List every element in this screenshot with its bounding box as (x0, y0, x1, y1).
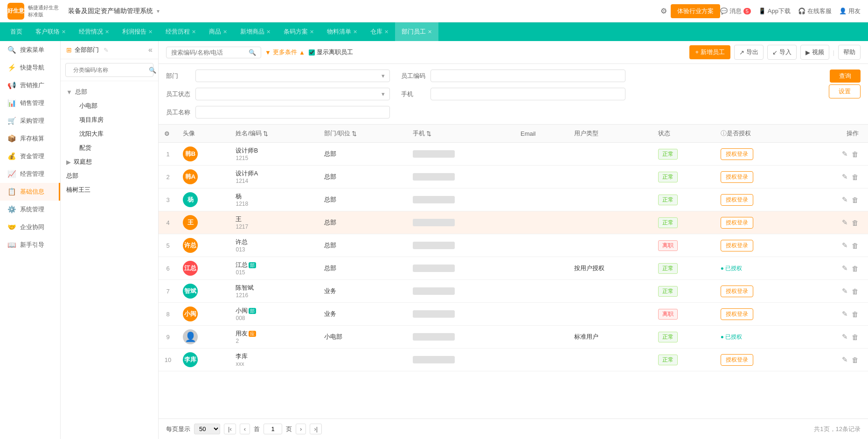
first-page-btn[interactable]: |‹ (224, 424, 236, 434)
import-button[interactable]: ↙ 导入 (767, 45, 797, 60)
auth-login-button[interactable]: 授权登录 (721, 308, 753, 320)
close-tab-icon[interactable]: ✕ (148, 29, 153, 35)
show-leave-check[interactable] (309, 49, 315, 56)
edit-icon[interactable]: ✎ (842, 355, 848, 364)
dept-node-xiaodianbu[interactable]: 小电部 (68, 99, 158, 113)
auth-login-button[interactable]: 授权登录 (721, 194, 753, 206)
auth-login-button[interactable]: 授权登录 (721, 240, 753, 251)
nav-tab-商品[interactable]: 商品 ✕ (202, 22, 234, 41)
dept-node-peihuo[interactable]: 配货 (68, 141, 158, 155)
edit-icon[interactable]: ✎ (842, 218, 848, 227)
user-menu-btn[interactable]: 👤 用友 (839, 7, 861, 15)
video-button[interactable]: ▶ 视频 (800, 45, 829, 60)
delete-icon[interactable]: 🗑 (852, 356, 859, 364)
close-tab-icon[interactable]: ✕ (384, 29, 389, 35)
filter-empname-input[interactable] (195, 106, 390, 118)
auth-login-button[interactable]: 授权登录 (721, 354, 753, 366)
edit-icon[interactable]: ✎ (842, 264, 848, 272)
dept-node-nanshu[interactable]: 楠树王三 (61, 183, 158, 197)
dept-node-shenyangdaku[interactable]: 沈阳大库 (68, 127, 158, 141)
nav-tab-物料清单[interactable]: 物料清单 ✕ (320, 22, 364, 41)
dept-collapse-icon[interactable]: « (148, 46, 153, 54)
sidebar-item-系统管理[interactable]: ⚙️系统管理 (0, 201, 60, 218)
delete-icon[interactable]: 🗑 (852, 196, 859, 204)
sidebar-item-采购管理[interactable]: 🛒采购管理 (0, 112, 60, 130)
nav-tab-客户联络[interactable]: 客户联络 ✕ (29, 22, 72, 41)
dept-search-input[interactable] (69, 65, 147, 75)
edit-icon[interactable]: ✎ (842, 287, 848, 295)
sidebar-item-搜索菜单[interactable]: 🔍搜索菜单 (0, 41, 60, 59)
help-button[interactable]: 帮助 (838, 45, 861, 60)
sidebar-item-销售管理[interactable]: 📊销售管理 (0, 94, 60, 112)
sidebar-item-经营管理[interactable]: 📈经营管理 (0, 165, 60, 183)
delete-icon[interactable]: 🗑 (852, 287, 859, 295)
search-button[interactable]: 查询 (830, 70, 861, 83)
sidebar-item-企业协同[interactable]: 🤝企业协同 (0, 218, 60, 236)
nav-tab-经营历程[interactable]: 经营历程 ✕ (159, 22, 202, 41)
filter-status-select[interactable]: ▾ (195, 88, 390, 100)
delete-icon[interactable]: 🗑 (852, 173, 859, 181)
last-page-btn[interactable]: ›| (310, 424, 322, 434)
col-dept[interactable]: 部门/职位 ⇅ (319, 125, 407, 143)
next-page-btn[interactable]: › (296, 424, 306, 434)
message-btn[interactable]: 💬 消息 5 (720, 7, 751, 15)
page-number-input[interactable] (264, 424, 282, 434)
more-filter-btn[interactable]: ▼ 更多条件 ▲ (265, 48, 305, 56)
delete-icon[interactable]: 🗑 (852, 310, 859, 318)
nav-tab-经营情况[interactable]: 经营情况 ✕ (72, 22, 116, 41)
nav-tab-新增商品[interactable]: 新增商品 ✕ (234, 22, 277, 41)
close-tab-icon[interactable]: ✕ (353, 29, 357, 35)
sidebar-item-库存核算[interactable]: 📦库存核算 (0, 130, 60, 147)
auth-login-button[interactable]: 授权登录 (721, 148, 753, 160)
expand-icon[interactable]: ▼ (66, 89, 72, 96)
auth-login-button[interactable]: 授权登录 (721, 171, 753, 183)
edit-icon[interactable]: ✎ (842, 310, 848, 318)
auth-login-button[interactable]: 授权登录 (721, 217, 753, 229)
col-name[interactable]: 姓名/编码 ⇅ (230, 125, 319, 143)
app-download-btn[interactable]: 📱 App下载 (758, 7, 791, 15)
edit-icon[interactable]: ✎ (842, 150, 848, 158)
nav-tab-部门员工[interactable]: 部门员工 ✕ (395, 22, 438, 41)
dept-node-xiangmukufang[interactable]: 项目库房 (68, 113, 158, 127)
show-leave-checkbox[interactable]: 显示离职员工 (309, 48, 353, 56)
sidebar-item-资金管理[interactable]: 💰资金管理 (0, 147, 60, 165)
sidebar-item-新手引导[interactable]: 📖新手引导 (0, 236, 60, 254)
close-tab-icon[interactable]: ✕ (266, 29, 271, 35)
dropdown-arrow-icon[interactable]: ▾ (157, 8, 160, 14)
close-tab-icon[interactable]: ✕ (223, 29, 227, 35)
edit-icon[interactable]: ✎ (842, 195, 848, 204)
search-input[interactable] (171, 49, 246, 56)
delete-icon[interactable]: 🗑 (852, 265, 859, 272)
trial-button[interactable]: 体验行业方案 (671, 4, 720, 18)
sidebar-item-基础信息[interactable]: 📋基础信息 (0, 183, 60, 201)
edit-icon[interactable]: ✎ (842, 241, 848, 250)
set-button[interactable]: 设置 (829, 84, 861, 98)
settings-icon[interactable]: ⚙ (660, 7, 667, 15)
delete-icon[interactable]: 🗑 (852, 219, 859, 227)
nav-tab-仓库[interactable]: 仓库 ✕ (364, 22, 395, 41)
nav-tab-首页[interactable]: 首页 (4, 22, 29, 41)
dept-edit-icon[interactable]: ✎ (104, 47, 109, 54)
nav-tab-利润报告[interactable]: 利润报告 ✕ (116, 22, 159, 41)
delete-icon[interactable]: 🗑 (852, 150, 859, 158)
edit-icon[interactable]: ✎ (842, 173, 848, 181)
close-tab-icon[interactable]: ✕ (310, 29, 314, 35)
close-tab-icon[interactable]: ✕ (105, 29, 109, 35)
export-button[interactable]: ↗ 导出 (734, 45, 764, 60)
sidebar-item-快捷导航[interactable]: ⚡快捷导航 (0, 59, 60, 77)
dept-node-zongbu2[interactable]: 总部 (61, 169, 158, 183)
close-tab-icon[interactable]: ✕ (192, 29, 196, 35)
nav-tab-条码方案[interactable]: 条码方案 ✕ (277, 22, 320, 41)
delete-icon[interactable]: 🗑 (852, 242, 859, 250)
close-tab-icon[interactable]: ✕ (62, 29, 66, 35)
col-phone[interactable]: 手机 ⇅ (407, 125, 515, 143)
filter-phone-input[interactable] (431, 88, 625, 100)
edit-icon[interactable]: ✎ (842, 333, 848, 341)
filter-empcode-input[interactable] (431, 70, 625, 82)
online-service-btn[interactable]: 🎧 在线客服 (798, 7, 832, 15)
add-employee-button[interactable]: + 新增员工 (689, 45, 730, 59)
sidebar-item-营销推广[interactable]: 📢营销推广 (0, 77, 60, 94)
filter-dept-select[interactable]: ▾ (195, 70, 390, 82)
prev-page-btn[interactable]: ‹ (240, 424, 250, 434)
per-page-select[interactable]: 50 100 (194, 424, 220, 434)
